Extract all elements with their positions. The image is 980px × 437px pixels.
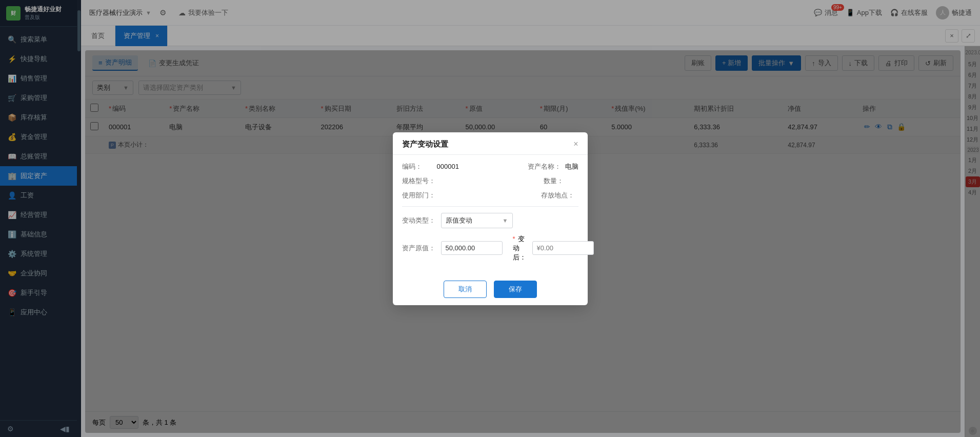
dialog-row-spec-qty: 规格型号： 数量： xyxy=(402,176,578,186)
dialog-header: 资产变动设置 × xyxy=(393,132,588,155)
save-button[interactable]: 保存 xyxy=(494,281,537,298)
dialog-code-value: 000001 xyxy=(437,163,459,170)
dialog-qty-label: 数量： xyxy=(544,176,574,186)
dialog-footer: 取消 保存 xyxy=(393,275,588,305)
dialog-asset-value-label: 资产原值： xyxy=(402,244,437,253)
dialog-change-type-row: 变动类型： 原值变动 ▼ xyxy=(402,213,578,228)
dialog-spec-label: 规格型号： xyxy=(402,176,435,186)
dialog-location-label: 存放地点： xyxy=(541,191,574,200)
dialog-change-type-label: 变动类型： xyxy=(402,216,437,225)
dialog-value-row: 资产原值： * 变动后： xyxy=(402,234,578,262)
dialog-close-icon[interactable]: × xyxy=(573,140,578,149)
dialog-asset-name-value: 电脑 xyxy=(565,162,578,171)
dialog-row-dept-location: 使用部门： 存放地点： xyxy=(402,191,578,200)
cancel-button[interactable]: 取消 xyxy=(444,281,487,298)
after-change-input[interactable] xyxy=(532,241,594,255)
dialog-code-label: 编码： xyxy=(402,162,433,171)
dialog-overlay: 资产变动设置 × 编码： 000001 资产名称： 电脑 规格型号： 数量： xyxy=(0,0,980,437)
asset-change-dialog: 资产变动设置 × 编码： 000001 资产名称： 电脑 规格型号： 数量： xyxy=(393,132,588,305)
change-type-arrow-icon: ▼ xyxy=(503,217,508,224)
required-star: * xyxy=(513,235,515,243)
dialog-asset-name-label: 资产名称： xyxy=(528,162,561,171)
dialog-dept-label: 使用部门： xyxy=(402,191,435,200)
dialog-body: 编码： 000001 资产名称： 电脑 规格型号： 数量： 使用部门： 存放地点… xyxy=(393,155,588,275)
change-type-select[interactable]: 原值变动 ▼ xyxy=(441,213,513,228)
change-type-value: 原值变动 xyxy=(446,216,503,225)
dialog-row-code-name: 编码： 000001 资产名称： 电脑 xyxy=(402,162,578,171)
asset-value-input[interactable] xyxy=(441,241,503,255)
dialog-title: 资产变动设置 xyxy=(402,140,448,149)
dialog-divider xyxy=(402,206,578,207)
